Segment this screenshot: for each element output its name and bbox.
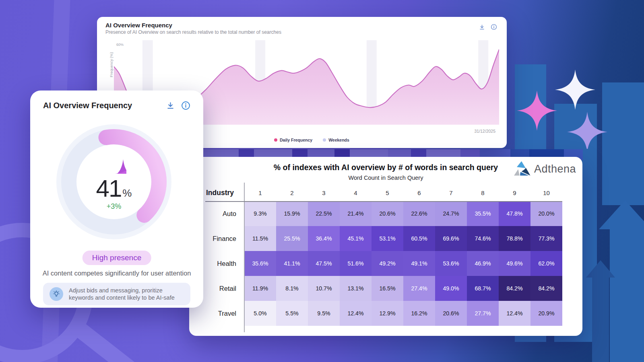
heatmap-cell[interactable]: 11.5%	[244, 226, 276, 251]
brand-logo: Adthena	[513, 161, 576, 177]
table-header-divider	[205, 201, 562, 202]
heatmap-cell[interactable]: 16.5%	[372, 276, 403, 301]
chart-card-subtitle: Presence of AI Overview on search result…	[105, 29, 281, 35]
legend-item[interactable]: Weekends	[323, 138, 349, 142]
heatmap-cell[interactable]: 78.8%	[499, 226, 530, 251]
word-count-column-header: 10	[530, 184, 562, 201]
heatmap-cell[interactable]: 16.2%	[403, 301, 435, 326]
heatmap-cell[interactable]: 13.1%	[340, 276, 372, 301]
heatmap-cell[interactable]: 27.7%	[467, 301, 499, 326]
word-count-column-header: 8	[467, 184, 499, 201]
y-axis-label: Frequency (%)	[109, 52, 114, 77]
growth-arrows-decor	[580, 169, 644, 362]
heatmap-cell[interactable]: 49.6%	[499, 251, 530, 276]
heatmap-cell[interactable]: 47.8%	[499, 201, 530, 226]
word-count-column-header: 2	[276, 184, 308, 201]
heatmap-cell[interactable]: 12.4%	[340, 301, 372, 326]
word-count-column-header: 4	[340, 184, 372, 201]
heatmap-cell[interactable]: 45.1%	[340, 226, 372, 251]
tip-text: Adjust bids and messaging, proritize key…	[69, 287, 184, 301]
heatmap-cell[interactable]: 49.1%	[403, 251, 435, 276]
table-vertical-divider	[244, 183, 245, 332]
legend-dot-icon	[274, 138, 277, 142]
pink-sparkle-icon	[517, 90, 557, 131]
heatmap-cell[interactable]: 11.9%	[244, 276, 276, 301]
industry-row-label: Finance	[205, 226, 244, 251]
presence-gauge: 41 % +3%	[54, 121, 174, 242]
industry-row-label: Travel	[205, 301, 244, 326]
heatmap-cell[interactable]: 41.1%	[276, 251, 308, 276]
word-count-column-header: 7	[435, 184, 467, 201]
gauge-caption: AI content competes significantly for us…	[30, 269, 203, 277]
magnifier-handle-decor	[69, 319, 152, 362]
heatmap-cell[interactable]: 69.6%	[435, 226, 467, 251]
heatmap-cell[interactable]: 12.9%	[372, 301, 403, 326]
info-icon[interactable]	[181, 101, 190, 110]
lightbulb-icon	[50, 287, 63, 301]
heatmap-cell[interactable]: 60.5%	[403, 226, 435, 251]
purple-sparkle-icon	[567, 112, 607, 149]
x-axis-end-date: 31/12/2025	[474, 129, 495, 134]
heatmap-cell[interactable]: 74.6%	[467, 226, 499, 251]
heatmap-cell[interactable]: 35.6%	[244, 251, 276, 276]
heatmap-cell[interactable]: 49.2%	[372, 251, 403, 276]
heatmap-cell[interactable]: 47.5%	[308, 251, 340, 276]
white-sparkle-icon	[555, 70, 595, 110]
heatmap-cell[interactable]: 10.7%	[308, 276, 340, 301]
industry-row-label: Auto	[205, 201, 244, 226]
heatmap-cell[interactable]: 36.4%	[308, 226, 340, 251]
heatmap-cell[interactable]: 9.5%	[308, 301, 340, 326]
download-icon[interactable]	[479, 24, 485, 30]
heatmap-cell[interactable]: 9.3%	[244, 201, 276, 226]
heatmap-cell[interactable]: 53.6%	[435, 251, 467, 276]
heatmap-cell[interactable]: 22.6%	[403, 201, 435, 226]
heatmap-cell[interactable]: 8.1%	[276, 276, 308, 301]
heatmap-cell[interactable]: 15.9%	[276, 201, 308, 226]
heatmap-cell[interactable]: 53.1%	[372, 226, 403, 251]
word-count-column-header: 1	[244, 184, 276, 201]
heatmap-cell[interactable]: 22.5%	[308, 201, 340, 226]
heatmap-cell[interactable]: 35.5%	[467, 201, 499, 226]
sparkles-decor	[511, 64, 628, 149]
heatmap-cell[interactable]: 12.4%	[499, 301, 530, 326]
heatmap-cell[interactable]: 21.4%	[340, 201, 372, 226]
chart-card-title: AI Overview Frequency	[105, 22, 172, 29]
heatmap-cell[interactable]: 84.2%	[499, 276, 530, 301]
word-count-column-header: 3	[308, 184, 340, 201]
ai-sparkle-icon	[101, 153, 126, 174]
gauge-delta: +3%	[107, 202, 122, 211]
heatmap-cell[interactable]: 20.0%	[530, 201, 562, 226]
heatmap-cell[interactable]: 5.0%	[244, 301, 276, 326]
legend-item[interactable]: Daily Frequency	[274, 138, 312, 142]
download-icon[interactable]	[166, 101, 175, 110]
heatmap-cell[interactable]: 27.4%	[403, 276, 435, 301]
heatmap-cell[interactable]: 68.7%	[467, 276, 499, 301]
heatmap-cell[interactable]: 62.0%	[530, 251, 562, 276]
heatmap-cell[interactable]: 84.2%	[530, 276, 562, 301]
legend-label: Weekends	[328, 138, 349, 142]
gauge-unit: %	[122, 187, 132, 200]
heatmap-cell[interactable]: 20.9%	[530, 301, 562, 326]
heatmap-cell[interactable]: 20.6%	[372, 201, 403, 226]
page-canvas: AI Overview Frequency Presence of AI Ove…	[0, 0, 644, 362]
heatmap-cell[interactable]: 24.7%	[435, 201, 467, 226]
heatmap-cell[interactable]: 20.6%	[435, 301, 467, 326]
gauge-card-title: AI Overview Frequency	[43, 101, 132, 110]
heatmap-cell[interactable]: 77.3%	[530, 226, 562, 251]
legend-dot-icon	[323, 138, 326, 142]
word-count-column-header: 9	[499, 184, 530, 201]
presence-status-badge: High presence	[83, 251, 151, 265]
chart-legend: Daily FrequencyWeekends	[274, 138, 349, 142]
brand-name: Adthena	[534, 163, 576, 175]
heatmap-cell[interactable]: 5.5%	[276, 301, 308, 326]
heatmap-cell[interactable]: 46.9%	[467, 251, 499, 276]
gauge-value: 41	[96, 175, 122, 202]
heatmap-table: Industry12345678910Auto9.3%15.9%22.5%21.…	[205, 184, 562, 326]
heatmap-cell[interactable]: 51.6%	[340, 251, 372, 276]
word-count-column-header: 6	[403, 184, 435, 201]
adthena-logo-icon	[513, 161, 531, 177]
heatmap-cell[interactable]: 49.0%	[435, 276, 467, 301]
heatmap-cell[interactable]: 25.5%	[276, 226, 308, 251]
legend-label: Daily Frequency	[280, 138, 312, 142]
info-icon[interactable]	[491, 24, 497, 30]
